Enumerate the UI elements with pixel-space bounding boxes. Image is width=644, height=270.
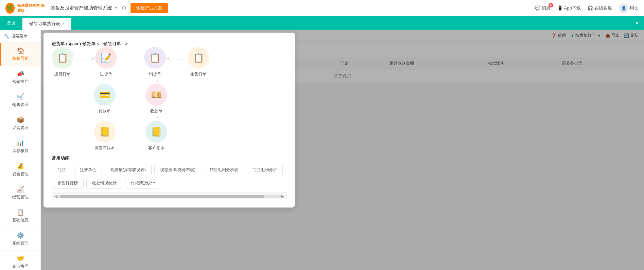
service-icon: 🎧 [588,5,593,11]
func-btn-sales-profit[interactable]: 销售毛利分析表 [204,165,244,175]
system-icon: ⚙️ [17,232,24,239]
basic-info-icon: 📋 [17,209,24,216]
operations-icon: 📈 [17,185,24,193]
system-title: 装备及固定资产辅助管理系统 ▼ [50,5,118,11]
payment-slip-label: 付款单 [99,108,111,114]
func-btn-product[interactable]: 商品 [52,165,71,175]
sidebar-item-basic-info[interactable]: 📋 基础信息 [0,204,40,228]
sales-icon: 🛒 [17,93,24,101]
system-dropdown-icon[interactable]: ▼ [114,6,118,10]
user-name: 用友 [630,5,639,11]
func-btn-product-profit[interactable]: 商品毛利分析 [247,165,283,175]
online-service-button[interactable]: 🎧 在线客服 [588,5,612,11]
message-badge: 6 [549,3,553,7]
tab-bar: 首页 销售订单执行表 × × [0,16,644,30]
purchase-icon: 📦 [17,116,24,124]
scroll-bar-area: ◀ ▶ [52,193,287,199]
flow-node-payment-slip[interactable]: 💳 付款单 [94,84,116,114]
func-btn-stock-status[interactable]: 现存量(库存状况表) [105,165,152,175]
scroll-thumb [60,195,264,198]
tab-bar-close-icon[interactable]: × [636,20,639,26]
flow-node-supplier-ledger[interactable]: 📒 供应商账本 [94,121,116,151]
sidebar-item-operations[interactable]: 📈 经营管理 [0,181,40,204]
flow-node-customer-ledger[interactable]: 📒 客户账本 [145,121,167,151]
tab-sales-order[interactable]: 销售订单执行表 × [22,18,71,30]
purchase-slip-label: 进货单 [100,71,112,77]
main-layout: 🔍 搜索菜单 🏠 快捷导航 📣 营销推广 🛒 销售管理 📦 采购管理 📊 库存核… [0,30,644,270]
tab-close-icon[interactable]: × [62,21,65,26]
sidebar-item-label-purchase: 采购管理 [12,125,29,131]
purchase-order-circle: 📋 [52,47,73,69]
func-btn-stock-dist[interactable]: 现存量(库存分布表) [154,165,201,175]
sales-slip-label: 销货单 [149,71,161,77]
func-btn-receipt-stats[interactable]: 收款情况统计 [86,178,122,188]
receipt-slip-circle: 💴 [145,84,167,106]
logo-icon: 🌿 [5,3,15,14]
sidebar-item-label-inventory: 库存核算 [12,148,29,154]
trial-button[interactable]: 体验行业方案 [130,3,168,13]
flow-node-receipt-slip[interactable]: 💴 收款单 [145,84,167,114]
app-download-label: App下载 [564,5,581,11]
sidebar-item-marketing[interactable]: 📣 营销推广 [0,66,40,89]
scroll-track[interactable] [57,195,281,198]
system-title-text: 装备及固定资产辅助管理系统 [50,5,112,11]
flow-node-sales-slip[interactable]: 📋 销货单 [144,47,166,77]
message-icon: 💬 [535,5,540,11]
search-icon: 🔍 [4,34,9,39]
quick-nav-panel: 进货单 (space) 销货单 <-- 销售订单 --> 📋 进货订单 [43,33,295,208]
flow-node-sales-order[interactable]: 📋 销售订单 [188,47,209,77]
func-btn-sales-rank[interactable]: 销售排行榜 [52,178,84,188]
sidebar-item-label-marketing: 营销推广 [12,79,29,85]
func-btn-partner[interactable]: 往来单位 [74,165,102,175]
sidebar-item-inventory[interactable]: 📊 库存核算 [0,135,40,158]
sidebar-item-label-finance: 资金管理 [12,171,29,177]
enterprise-icon: 🤝 [17,255,24,262]
common-functions-title: 常用功能 [52,155,287,161]
func-btns-row2: 销售排行榜 收款情况统计 付款情况统计 [52,178,287,188]
content-area: ❓ 帮助 🖨 按模板打印 ▼ 📤 导出 🔄 刷新 yyyy-mm-dd 📅 [41,30,644,270]
message-button[interactable]: 💬 消息 6 [535,5,551,11]
sidebar-item-enterprise[interactable]: 🤝 企业协同 [0,251,40,270]
sidebar-item-label-operations: 经营管理 [12,194,29,200]
sidebar-item-label-system: 系统管理 [12,240,29,246]
search-menu[interactable]: 🔍 搜索菜单 [0,30,40,43]
func-btn-payment-stats[interactable]: 付款情况统计 [125,178,161,188]
app-icon: 📱 [557,5,563,11]
sidebar-item-purchase[interactable]: 📦 采购管理 [0,112,40,135]
quick-nav-icon: 🏠 [17,47,24,54]
purchase-slip-circle: 📝 [95,47,117,69]
online-service-label: 在线客服 [594,5,612,11]
flow-node-purchase-slip[interactable]: 📝 进货单 [95,47,117,77]
sidebar-item-finance[interactable]: 💰 资金管理 [0,158,40,181]
sidebar-item-label-sales: 销售管理 [12,102,29,108]
tab-home[interactable]: 首页 [0,16,22,30]
sidebar-item-system[interactable]: ⚙️ 系统管理 [0,228,40,251]
sidebar-item-quick-nav[interactable]: 🏠 快捷导航 [0,43,40,66]
sidebar-item-label-basic-info: 基础信息 [12,217,29,223]
logo-text: 畅康通好生意 绿胶版 [17,3,46,13]
top-header: 🌿 畅康通好生意 绿胶版 装备及固定资产辅助管理系统 ▼ ⚙ 体验行业方案 💬 … [0,0,644,16]
inventory-icon: 📊 [17,139,24,147]
supplier-ledger-label: 供应商账本 [94,145,115,151]
scroll-left-arrow[interactable]: ◀ [54,194,57,199]
search-menu-label: 搜索菜单 [11,33,28,39]
customer-ledger-circle: 📒 [145,121,167,143]
user-area[interactable]: 👤 用友 [619,3,639,13]
user-avatar: 👤 [619,3,628,13]
purchase-order-label: 进货订单 [54,71,71,77]
sales-order-label: 销售订单 [190,71,207,77]
quick-nav-overlay[interactable]: 进货单 (space) 销货单 <-- 销售订单 --> 📋 进货订单 [41,30,644,270]
app-download-button[interactable]: 📱 App下载 [557,5,581,11]
sidebar: 🔍 搜索菜单 🏠 快捷导航 📣 营销推广 🛒 销售管理 📦 采购管理 📊 库存核… [0,30,41,270]
sidebar-item-sales[interactable]: 🛒 销售管理 [0,89,40,112]
common-functions: 常用功能 商品 往来单位 现存量(库存状况表) 现存量(库存分布表) 销售毛利分… [52,155,287,188]
gear-icon[interactable]: ⚙ [122,5,126,11]
flow-node-purchase-order[interactable]: 📋 进货订单 [52,47,73,77]
scroll-right-arrow[interactable]: ▶ [281,194,284,199]
receipt-slip-label: 收款单 [150,108,162,114]
customer-ledger-label: 客户账本 [148,145,164,151]
supplier-ledger-circle: 📒 [94,121,116,143]
func-btns-row1: 商品 往来单位 现存量(库存状况表) 现存量(库存分布表) 销售毛利分析表 商品… [52,165,287,175]
marketing-icon: 📣 [17,70,24,77]
sidebar-item-label-quick-nav: 快捷导航 [13,56,29,61]
